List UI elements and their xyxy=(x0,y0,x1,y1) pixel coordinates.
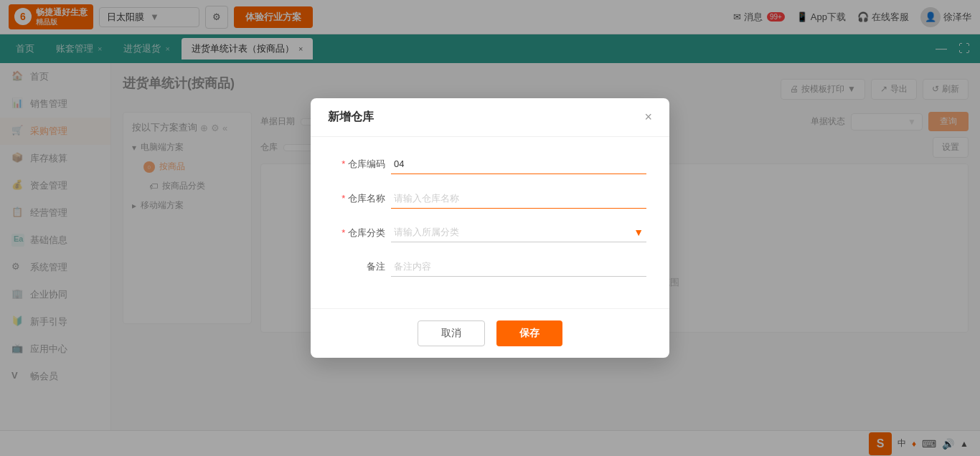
note-input[interactable] xyxy=(391,257,646,277)
type-placeholder: 请输入所属分类 xyxy=(394,226,633,239)
form-row-name: 仓库名称 xyxy=(334,189,646,209)
cancel-button[interactable]: 取消 xyxy=(418,320,485,346)
modal-footer: 取消 保存 xyxy=(311,308,669,358)
type-dropdown-icon: ▼ xyxy=(633,227,644,238)
modal-header: 新增仓库 × xyxy=(311,98,669,137)
save-button[interactable]: 保存 xyxy=(496,320,562,346)
modal-overlay: 新增仓库 × 仓库编码 仓库名称 仓库分类 请输入所属分类 ▼ xyxy=(0,0,980,456)
form-row-type: 仓库分类 请输入所属分类 ▼ xyxy=(334,223,646,242)
type-label: 仓库分类 xyxy=(334,227,391,239)
name-label: 仓库名称 xyxy=(334,192,391,205)
modal-close-button[interactable]: × xyxy=(644,110,652,125)
name-input[interactable] xyxy=(391,189,646,209)
form-row-code: 仓库编码 xyxy=(334,154,646,174)
modal-title: 新增仓库 xyxy=(328,110,374,125)
code-label: 仓库编码 xyxy=(334,158,391,171)
modal-body: 仓库编码 仓库名称 仓库分类 请输入所属分类 ▼ 备注 xyxy=(311,137,669,308)
code-input[interactable] xyxy=(391,154,646,174)
modal-dialog: 新增仓库 × 仓库编码 仓库名称 仓库分类 请输入所属分类 ▼ xyxy=(311,98,669,358)
form-row-note: 备注 xyxy=(334,257,646,277)
note-label: 备注 xyxy=(334,260,391,273)
type-select[interactable]: 请输入所属分类 ▼ xyxy=(391,223,646,242)
